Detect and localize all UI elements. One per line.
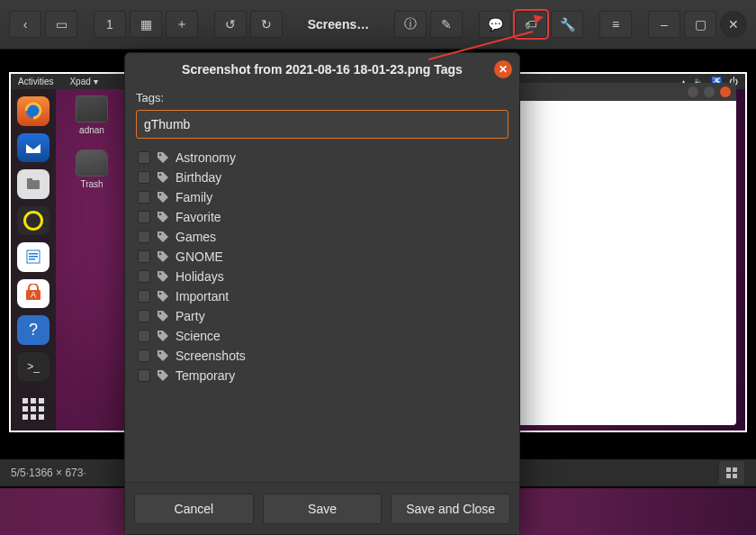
svg-point-17 — [159, 233, 161, 235]
dialog-body: Tags: AstronomyBirthdayFamilyFavoriteGam… — [125, 86, 519, 482]
tag-checkbox[interactable] — [138, 330, 150, 342]
view-one-button[interactable]: 1 — [94, 11, 126, 38]
svg-rect-4 — [29, 253, 38, 255]
svg-rect-6 — [29, 258, 35, 260]
view-side-button[interactable]: ▦ — [130, 11, 162, 38]
tag-icon — [156, 329, 170, 343]
svg-point-19 — [159, 273, 161, 275]
nav-back-button[interactable]: ‹ — [9, 11, 41, 38]
comment-button[interactable]: 💬 — [479, 11, 511, 38]
tag-checkbox[interactable] — [138, 310, 150, 322]
tags-input[interactable] — [136, 110, 508, 139]
folder-icon — [76, 95, 108, 122]
tag-label: Games — [176, 230, 216, 244]
status-separator: · — [83, 467, 86, 479]
dialog-footer: Cancel Save Save and Close — [125, 482, 519, 534]
svg-point-22 — [159, 332, 161, 334]
show-apps-icon — [19, 395, 48, 422]
tag-label: Holidays — [176, 269, 224, 284]
svg-point-21 — [159, 313, 161, 314]
tag-icon — [156, 190, 170, 204]
close-icon — [720, 86, 731, 97]
window-maximize-button[interactable]: ▢ — [684, 11, 716, 38]
tag-checkbox[interactable] — [138, 290, 150, 303]
tag-icon — [156, 368, 170, 383]
tags-dialog: Screenshot from 2021-08-16 18-01-23.png … — [124, 52, 520, 535]
window-close-button[interactable]: ✕ — [720, 11, 747, 38]
view-add-button[interactable]: ＋ — [166, 11, 198, 38]
tag-item[interactable]: GNOME — [136, 247, 508, 267]
svg-rect-12 — [733, 474, 737, 478]
tag-label: Screenshots — [176, 349, 246, 363]
tag-icon — [156, 289, 170, 304]
edit-button[interactable]: ✎ — [430, 11, 463, 38]
ubuntu-software-icon: A — [17, 279, 50, 309]
tag-item[interactable]: Temporary — [136, 366, 508, 385]
save-and-close-button[interactable]: Save and Close — [391, 494, 510, 524]
tag-item[interactable]: Party — [136, 306, 508, 326]
firefox-icon — [17, 96, 50, 126]
tag-icon — [156, 349, 170, 363]
svg-rect-9 — [726, 467, 731, 472]
rotate-right-button[interactable]: ↻ — [250, 11, 283, 38]
tag-item[interactable]: Birthday — [136, 168, 508, 187]
tag-label: Party — [176, 309, 205, 323]
tag-checkbox[interactable] — [138, 369, 150, 382]
tags-field-label: Tags: — [136, 91, 508, 104]
tag-item[interactable]: Family — [136, 187, 508, 207]
help-icon: ? — [17, 315, 50, 345]
dialog-titlebar: Screenshot from 2021-08-16 18-01-23.png … — [125, 53, 519, 86]
minimize-icon — [688, 86, 698, 97]
tag-checkbox[interactable] — [138, 270, 150, 283]
svg-rect-2 — [27, 178, 32, 181]
home-folder-icon: adnan — [70, 95, 113, 135]
rhythmbox-icon — [17, 206, 50, 236]
tag-item[interactable]: Screenshots — [136, 346, 508, 366]
activities-label: Activities — [18, 77, 53, 86]
tag-checkbox[interactable] — [138, 191, 150, 204]
tag-item[interactable]: Holidays — [136, 267, 508, 286]
nav-browse-button[interactable]: ▭ — [45, 11, 77, 38]
tag-checkbox[interactable] — [138, 349, 150, 362]
window-title: Screens… — [286, 17, 391, 32]
tag-label: Temporary — [176, 368, 235, 383]
hamburger-menu-button[interactable]: ≡ — [599, 11, 632, 38]
tag-icon — [156, 210, 170, 224]
svg-point-20 — [159, 293, 161, 295]
tag-item[interactable]: Favorite — [136, 207, 508, 227]
tag-checkbox[interactable] — [138, 171, 150, 184]
dialog-close-button[interactable]: ✕ — [494, 60, 512, 78]
svg-point-15 — [159, 194, 161, 195]
tag-checkbox[interactable] — [138, 151, 150, 164]
tag-label: Birthday — [176, 170, 221, 185]
tag-icon — [156, 249, 170, 264]
desktop-icon-label: adnan — [79, 125, 104, 135]
svg-point-18 — [159, 253, 161, 255]
info-button[interactable]: ⓘ — [394, 11, 427, 38]
tag-icon — [156, 150, 170, 165]
tag-label: Astronomy — [176, 150, 236, 165]
tag-checkbox[interactable] — [138, 211, 150, 223]
tags-list: AstronomyBirthdayFamilyFavoriteGamesGNOM… — [136, 148, 508, 385]
window-minimize-button[interactable]: – — [648, 11, 680, 38]
tools-button[interactable]: 🔧 — [551, 11, 583, 38]
terminal-icon: >_ — [17, 352, 50, 382]
maximize-icon — [704, 86, 715, 97]
svg-rect-10 — [733, 467, 737, 472]
status-counter: 5/5 — [11, 467, 26, 479]
tag-checkbox[interactable] — [138, 231, 150, 243]
rotate-left-button[interactable]: ↺ — [214, 11, 247, 38]
tag-item[interactable]: Games — [136, 227, 508, 247]
tag-checkbox[interactable] — [138, 250, 150, 263]
svg-point-24 — [159, 372, 161, 374]
tag-item[interactable]: Astronomy — [136, 148, 508, 168]
dialog-title: Screenshot from 2021-08-16 18-01-23.png … — [182, 62, 463, 77]
tag-item[interactable]: Science — [136, 326, 508, 346]
thunderbird-icon — [17, 133, 50, 163]
save-button[interactable]: Save — [263, 494, 382, 524]
desktop-icon-label: Trash — [80, 179, 103, 189]
tag-item[interactable]: Important — [136, 286, 508, 306]
thumbnail-grid-button[interactable] — [718, 460, 745, 485]
xpad-indicator: Xpad ▾ — [69, 77, 97, 86]
cancel-button[interactable]: Cancel — [134, 494, 254, 524]
